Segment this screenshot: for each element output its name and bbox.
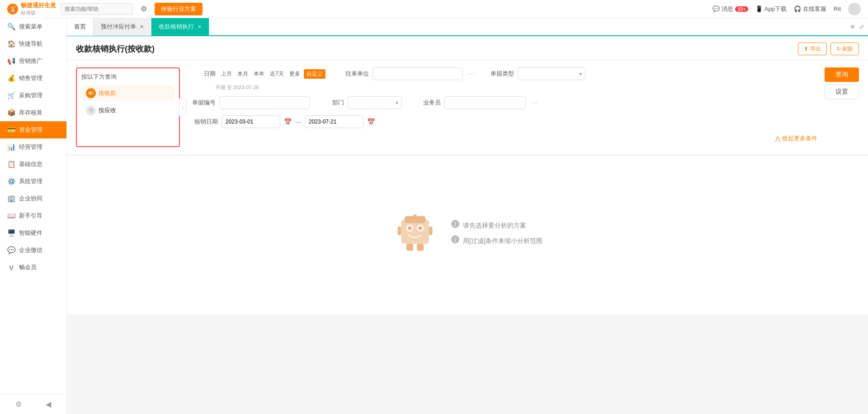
brand-name: 畅捷通好生意 标准版 bbox=[21, 1, 56, 16]
sidebar-item-quick-nav[interactable]: 🏠 快捷导航 bbox=[0, 35, 66, 52]
tab-close-all-icon[interactable]: ✕ bbox=[850, 23, 855, 30]
sidebar-item-search-menu[interactable]: 🔍 搜索菜单 bbox=[0, 18, 66, 35]
verify-date-start-calendar-icon[interactable]: 📅 bbox=[284, 118, 292, 125]
basic-info-icon: 📋 bbox=[7, 160, 15, 168]
partner-input[interactable] bbox=[373, 67, 463, 80]
date-field: 日期 上月 本月 本年 近7天 更多 自定义 bbox=[191, 69, 326, 79]
sidebar-item-smart-hw[interactable]: 🖥️ 智能硬件 bbox=[0, 224, 66, 242]
tab-receipt-offset-close-icon[interactable]: ✕ bbox=[198, 24, 202, 30]
sidebar-item-beginner[interactable]: 📖 新手引导 bbox=[0, 207, 66, 224]
verify-date-end-calendar-icon[interactable]: 📅 bbox=[367, 118, 375, 125]
user-name[interactable]: Rit bbox=[834, 5, 841, 12]
tab-prepay-offset-close-icon[interactable]: ✕ bbox=[140, 24, 144, 30]
filter-left: 按以下方查询 💴 按收款 ⏱ 按应收 ‹ bbox=[76, 67, 180, 147]
partner-more-icon[interactable]: ··· bbox=[468, 70, 474, 78]
date-more[interactable]: 更多 bbox=[288, 70, 302, 78]
sidebar-item-member[interactable]: V 畅会员 bbox=[0, 259, 66, 276]
doc-no-input[interactable] bbox=[219, 96, 310, 109]
search-input[interactable] bbox=[61, 3, 133, 15]
svg-rect-9 bbox=[417, 244, 424, 251]
partner-label: 往来单位 bbox=[342, 70, 369, 78]
filter-option-by-receipt[interactable]: 💴 按收款 bbox=[81, 86, 175, 101]
marketing-icon: 📢 bbox=[7, 57, 15, 65]
filter-more-row: ⋀ 收起更多条件 bbox=[191, 134, 817, 143]
collapse-more-button[interactable]: ⋀ 收起更多条件 bbox=[775, 134, 817, 143]
message-badge: 99+ bbox=[735, 6, 748, 12]
tip-num-1: 1 bbox=[451, 220, 459, 228]
tab-bar: 首页 预付冲应付单 ✕ 收款核销执行 ✕ ✕ ⤢ bbox=[67, 18, 868, 36]
sidebar-collapse-button[interactable]: ◀ bbox=[44, 398, 53, 410]
sidebar-item-inventory[interactable]: 📦 库存核算 bbox=[0, 104, 66, 121]
receivable-option-icon: ⏱ bbox=[86, 105, 96, 115]
staff-field: 业务员 ··· bbox=[418, 96, 537, 109]
sidebar-item-finance[interactable]: 💳 资金管理 bbox=[0, 121, 66, 138]
verify-date-field: 核销日期 📅 — 📅 bbox=[191, 115, 375, 128]
sidebar-item-operation[interactable]: 📊 经营管理 bbox=[0, 138, 66, 156]
date-last-7days[interactable]: 近7天 bbox=[268, 70, 286, 78]
filter-panel: 按以下方查询 💴 按收款 ⏱ 按应收 ‹ bbox=[67, 60, 868, 154]
avatar[interactable] bbox=[848, 3, 861, 15]
enterprise-icon: 🏢 bbox=[7, 195, 15, 203]
staff-input[interactable] bbox=[444, 96, 526, 109]
verify-date-start-input[interactable] bbox=[222, 115, 280, 128]
member-icon: V bbox=[7, 264, 15, 271]
smart-hw-icon: 🖥️ bbox=[7, 229, 15, 237]
refresh-button[interactable]: ↻ 刷新 bbox=[830, 43, 859, 55]
date-this-month[interactable]: 本月 bbox=[236, 70, 250, 78]
inventory-icon: 📦 bbox=[7, 109, 15, 117]
verify-date-end-input[interactable] bbox=[305, 115, 363, 128]
dept-select[interactable] bbox=[348, 96, 402, 109]
query-actions: 查询 设置 bbox=[825, 67, 859, 99]
sidebar-item-system[interactable]: ⚙️ 系统管理 bbox=[0, 173, 66, 190]
page-content: 收款核销执行(按收款) ⬆ 导出 ↻ 刷新 按以下方查询 bbox=[67, 36, 868, 414]
sidebar-item-enterprise[interactable]: 🏢 企业协同 bbox=[0, 190, 66, 207]
date-custom[interactable]: 自定义 bbox=[304, 69, 326, 79]
tip-num-2: 2 bbox=[451, 235, 459, 243]
empty-state: 1 请先选择要分析的方案 2 用[过滤]条件来缩小分析范围 bbox=[67, 156, 868, 314]
tab-expand-icon[interactable]: ⤢ bbox=[859, 23, 864, 30]
filter-collapse-button[interactable]: ‹ bbox=[179, 98, 186, 116]
page-header: 收款核销执行(按收款) ⬆ 导出 ↻ 刷新 bbox=[67, 36, 868, 60]
tab-receipt-offset[interactable]: 收款核销执行 ✕ bbox=[151, 18, 209, 36]
app-download-action[interactable]: 📱 App下载 bbox=[755, 5, 787, 13]
system-icon: ⚙️ bbox=[7, 177, 15, 186]
empty-illustration bbox=[392, 209, 438, 254]
industry-solution-button[interactable]: 休验行业方案 bbox=[155, 3, 203, 15]
sidebar-item-sales[interactable]: 💰 销售管理 bbox=[0, 70, 66, 87]
main-layout: 🔍 搜索菜单 🏠 快捷导航 📢 营销推广 💰 销售管理 🛒 采购管理 📦 库存核… bbox=[0, 18, 868, 414]
tab-home[interactable]: 首页 bbox=[67, 18, 94, 36]
page-header-actions: ⬆ 导出 ↻ 刷新 bbox=[798, 43, 859, 55]
date-last-month[interactable]: 上月 bbox=[219, 70, 234, 78]
wecom-icon: 💬 bbox=[7, 246, 15, 254]
page-title: 收款核销执行(按收款) bbox=[76, 43, 155, 54]
sidebar-settings-button[interactable]: ⚙ bbox=[14, 398, 24, 410]
setting-button[interactable]: 设置 bbox=[825, 85, 859, 99]
export-button[interactable]: ⬆ 导出 bbox=[798, 43, 827, 55]
message-action[interactable]: 💬 消息 99+ bbox=[712, 5, 748, 13]
receipt-option-icon: 💴 bbox=[86, 88, 96, 98]
export-icon: ⬆ bbox=[804, 46, 808, 52]
filter-option-by-receivable[interactable]: ⏱ 按应收 bbox=[81, 103, 175, 118]
tab-bar-end: ✕ ⤢ bbox=[850, 23, 868, 30]
doc-type-select[interactable] bbox=[518, 67, 585, 80]
svg-point-10 bbox=[413, 214, 417, 218]
query-button[interactable]: 查询 bbox=[825, 67, 859, 82]
sidebar-bottom: ⚙ ◀ bbox=[0, 394, 66, 414]
gear-icon[interactable]: ⚙ bbox=[137, 3, 150, 15]
sidebar-item-basic-info[interactable]: 📋 基础信息 bbox=[0, 156, 66, 173]
chevron-up-icon: ⋀ bbox=[775, 135, 780, 142]
sidebar-item-purchase[interactable]: 🛒 采购管理 bbox=[0, 87, 66, 104]
staff-label: 业务员 bbox=[418, 99, 441, 107]
sidebar-item-marketing[interactable]: 📢 营销推广 bbox=[0, 52, 66, 70]
home-icon: 🏠 bbox=[7, 40, 15, 48]
sidebar-item-wecom[interactable]: 💬 企业微信 bbox=[0, 242, 66, 259]
svg-rect-7 bbox=[429, 226, 433, 235]
logo-icon: 🐰 bbox=[7, 4, 18, 14]
svg-point-4 bbox=[408, 226, 412, 230]
svg-rect-6 bbox=[398, 226, 401, 235]
staff-more-icon[interactable]: ··· bbox=[531, 99, 537, 107]
date-this-year[interactable]: 本年 bbox=[252, 70, 266, 78]
online-service-action[interactable]: 🎧 在线客服 bbox=[794, 5, 826, 13]
tab-prepay-offset[interactable]: 预付冲应付单 ✕ bbox=[94, 18, 151, 36]
svg-point-5 bbox=[419, 226, 422, 230]
